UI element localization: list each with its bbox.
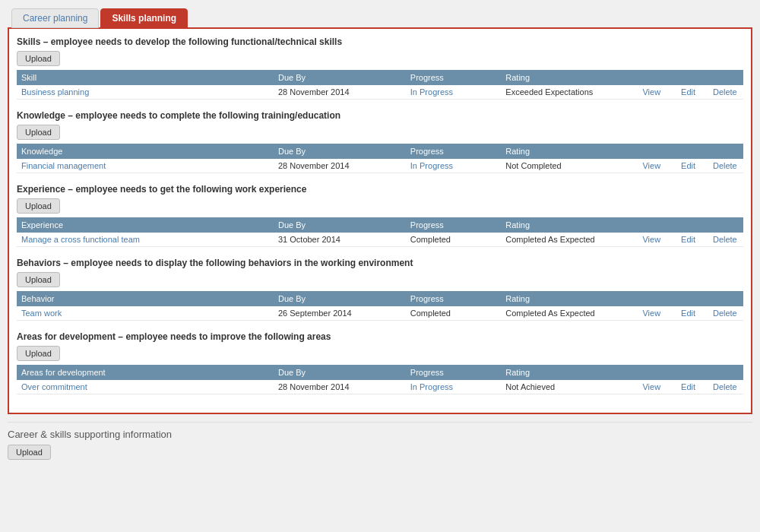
upload-button-areas[interactable]: Upload	[17, 346, 60, 361]
behaviors-table: Behavior Due By Progress Rating Team wor…	[17, 291, 743, 321]
table-row: Manage a cross functional team 31 Octobe…	[17, 233, 743, 247]
behaviors-name-link[interactable]: Team work	[21, 309, 62, 318]
skills-row-delete: Delete	[707, 85, 743, 100]
section-experience: Experience – employee needs to get the f…	[17, 184, 743, 247]
knowledge-row-name: Financial management	[17, 159, 274, 173]
knowledge-col-rating: Rating	[501, 144, 633, 159]
table-row: Over commitment 28 November 2014 In Prog…	[17, 380, 743, 394]
skills-col-a3	[707, 70, 743, 85]
knowledge-table: Knowledge Due By Progress Rating Financi…	[17, 144, 743, 173]
knowledge-name-link[interactable]: Financial management	[21, 161, 106, 170]
upload-button-footer[interactable]: Upload	[8, 445, 51, 460]
areas-edit-link[interactable]: Edit	[681, 382, 695, 391]
knowledge-col-dueby: Due By	[274, 144, 406, 159]
experience-edit-link[interactable]: Edit	[681, 235, 695, 244]
section-skills-title: Skills – employee needs to develop the f…	[17, 36, 743, 47]
skills-delete-link[interactable]: Delete	[713, 87, 737, 97]
skills-row-view: View	[633, 85, 670, 100]
table-row: Financial management 28 November 2014 In…	[17, 159, 743, 173]
table-row: Team work 26 September 2014 Completed Co…	[17, 306, 743, 321]
areas-delete-link[interactable]: Delete	[713, 382, 737, 391]
behaviors-edit-link[interactable]: Edit	[681, 309, 695, 318]
experience-row-name: Manage a cross functional team	[17, 233, 274, 247]
skills-row-edit: Edit	[670, 85, 706, 100]
experience-name-link[interactable]: Manage a cross functional team	[21, 235, 140, 244]
skills-view-link[interactable]: View	[642, 87, 660, 97]
section-experience-title: Experience – employee needs to get the f…	[17, 184, 743, 195]
section-areas-for-development: Areas for development – employee needs t…	[17, 331, 743, 394]
skills-row-progress: In Progress	[406, 85, 502, 100]
skills-col-name: Skill	[17, 70, 274, 85]
upload-button-knowledge[interactable]: Upload	[17, 125, 60, 140]
section-areas-title: Areas for development – employee needs t…	[17, 331, 743, 342]
skills-col-progress: Progress	[406, 70, 502, 85]
experience-table: Experience Due By Progress Rating Manage…	[17, 217, 743, 247]
knowledge-delete-link[interactable]: Delete	[713, 161, 737, 170]
knowledge-row-progress: In Progress	[406, 159, 502, 173]
tabs-bar: Career planning Skills planning	[8, 8, 752, 27]
skills-col-a1	[633, 70, 670, 85]
upload-button-skills[interactable]: Upload	[17, 51, 60, 66]
skills-row-rating: Exceeded Expectations	[501, 85, 633, 100]
skills-col-a2	[670, 70, 706, 85]
skills-edit-link[interactable]: Edit	[681, 87, 695, 97]
upload-button-behaviors[interactable]: Upload	[17, 272, 60, 287]
section-behaviors-title: Behaviors – employee needs to display th…	[17, 258, 743, 268]
page-wrapper: Career planning Skills planning Skills –…	[0, 0, 760, 532]
section-skills: Skills – employee needs to develop the f…	[17, 36, 743, 100]
knowledge-row-dueby: 28 November 2014	[274, 159, 406, 173]
experience-view-link[interactable]: View	[642, 235, 660, 244]
tab-career-planning[interactable]: Career planning	[11, 8, 99, 28]
upload-button-experience[interactable]: Upload	[17, 198, 60, 214]
skills-col-dueby: Due By	[274, 70, 406, 85]
areas-name-link[interactable]: Over commitment	[21, 382, 87, 391]
skills-row-name: Business planning	[17, 85, 274, 100]
behaviors-delete-link[interactable]: Delete	[713, 309, 737, 318]
skills-table: Skill Due By Progress Rating Business pl…	[17, 70, 743, 100]
footer-title: Career & skills supporting information	[8, 429, 752, 440]
footer-section: Career & skills supporting information U…	[8, 422, 752, 464]
tab-skills-planning[interactable]: Skills planning	[100, 8, 188, 28]
behaviors-view-link[interactable]: View	[642, 309, 660, 318]
areas-table: Areas for development Due By Progress Ra…	[17, 365, 743, 394]
areas-view-link[interactable]: View	[642, 382, 660, 391]
knowledge-view-link[interactable]: View	[642, 161, 660, 170]
section-knowledge-title: Knowledge – employee needs to complete t…	[17, 110, 743, 121]
experience-col-name: Experience	[17, 217, 274, 233]
main-content: Skills – employee needs to develop the f…	[8, 27, 752, 414]
knowledge-col-name: Knowledge	[17, 144, 274, 159]
knowledge-edit-link[interactable]: Edit	[681, 161, 695, 170]
knowledge-row-rating: Not Completed	[501, 159, 633, 173]
skills-col-rating: Rating	[501, 70, 633, 85]
section-knowledge: Knowledge – employee needs to complete t…	[17, 110, 743, 173]
table-row: Business planning 28 November 2014 In Pr…	[17, 85, 743, 100]
knowledge-col-progress: Progress	[406, 144, 502, 159]
skills-name-link[interactable]: Business planning	[21, 87, 89, 97]
experience-delete-link[interactable]: Delete	[713, 235, 737, 244]
skills-row-dueby: 28 November 2014	[274, 85, 406, 100]
section-behaviors: Behaviors – employee needs to display th…	[17, 258, 743, 321]
